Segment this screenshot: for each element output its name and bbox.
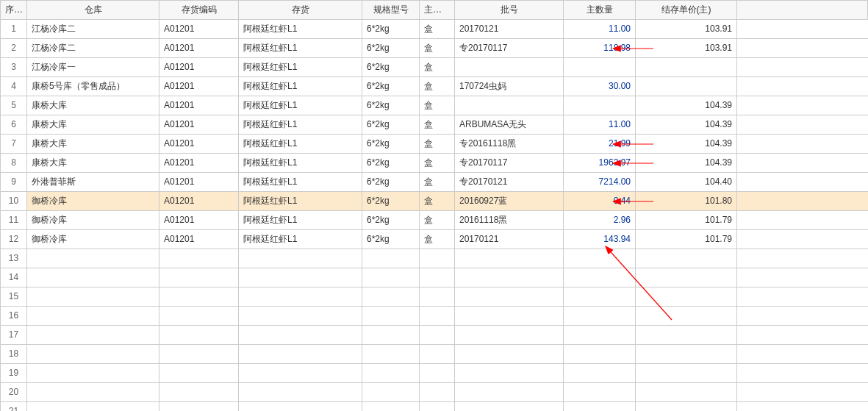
cell-batch[interactable]: ARBUMASA无头 — [455, 115, 564, 135]
cell-wh[interactable]: 御桥冷库 — [27, 192, 159, 211]
cell-qty[interactable] — [564, 402, 636, 412]
table-row[interactable]: 21 — [1, 402, 868, 412]
cell-batch[interactable]: 20160927蓝 — [455, 192, 564, 211]
cell-wh[interactable] — [27, 364, 159, 383]
cell-qty[interactable]: 11.00 — [564, 115, 636, 135]
col-header-seq[interactable]: 序号 — [1, 1, 27, 20]
cell-uom[interactable] — [420, 383, 455, 402]
cell-wh[interactable]: 康桥大库 — [27, 96, 159, 115]
table-row[interactable]: 3江杨冷库一A01201阿根廷红虾L16*2kg盒 — [1, 58, 868, 77]
table-row[interactable]: 6康桥大库A01201阿根廷红虾L16*2kg盒ARBUMASA无头11.001… — [1, 115, 868, 135]
cell-spec[interactable] — [362, 307, 420, 326]
cell-spec[interactable]: 6*2kg — [362, 173, 420, 192]
table-row[interactable]: 20 — [1, 383, 868, 402]
cell-uom[interactable] — [420, 307, 455, 326]
cell-uom[interactable]: 盒 — [420, 58, 455, 77]
cell-name[interactable]: 阿根廷红虾L1 — [239, 135, 362, 154]
cell-wh[interactable]: 江杨冷库二 — [27, 20, 159, 39]
cell-name[interactable] — [239, 383, 362, 402]
cell-wh[interactable]: 康桥5号库（零售成品） — [27, 77, 159, 96]
cell-price[interactable] — [636, 402, 737, 412]
cell-batch[interactable]: 170724虫妈 — [455, 77, 564, 96]
cell-price[interactable] — [636, 249, 737, 268]
cell-uom[interactable]: 盒 — [420, 96, 455, 115]
table-row[interactable]: 19 — [1, 364, 868, 383]
cell-qty[interactable] — [564, 307, 636, 326]
table-row[interactable]: 5康桥大库A01201阿根廷红虾L16*2kg盒104.39 — [1, 96, 868, 115]
cell-qty[interactable]: 11.00 — [564, 20, 636, 39]
cell-batch[interactable] — [455, 249, 564, 268]
cell-spec[interactable] — [362, 249, 420, 268]
cell-name[interactable] — [239, 249, 362, 268]
cell-wh[interactable]: 康桥大库 — [27, 135, 159, 154]
cell-code[interactable] — [159, 345, 239, 364]
cell-qty[interactable]: 7214.00 — [564, 173, 636, 192]
cell-name[interactable] — [239, 345, 362, 364]
cell-price[interactable] — [636, 345, 737, 364]
table-row[interactable]: 13 — [1, 249, 868, 268]
cell-uom[interactable]: 盒 — [420, 115, 455, 135]
cell-qty[interactable] — [564, 383, 636, 402]
cell-name[interactable] — [239, 287, 362, 307]
cell-uom[interactable] — [420, 249, 455, 268]
cell-uom[interactable]: 盒 — [420, 230, 455, 249]
cell-batch[interactable] — [455, 58, 564, 77]
cell-wh[interactable]: 御桥冷库 — [27, 230, 159, 249]
cell-batch[interactable]: 20170121 — [455, 230, 564, 249]
cell-spec[interactable] — [362, 383, 420, 402]
cell-name[interactable]: 阿根廷红虾L1 — [239, 39, 362, 58]
cell-code[interactable]: A01201 — [159, 77, 239, 96]
cell-uom[interactable] — [420, 326, 455, 345]
cell-seq[interactable]: 1 — [1, 20, 27, 39]
table-row[interactable]: 4康桥5号库（零售成品）A01201阿根廷红虾L16*2kg盒170724虫妈3… — [1, 77, 868, 96]
cell-spec[interactable]: 6*2kg — [362, 154, 420, 173]
cell-code[interactable] — [159, 249, 239, 268]
cell-wh[interactable] — [27, 383, 159, 402]
cell-spec[interactable] — [362, 268, 420, 287]
cell-uom[interactable]: 盒 — [420, 20, 455, 39]
table-row[interactable]: 8康桥大库A01201阿根廷红虾L16*2kg盒专201701171963.97… — [1, 154, 868, 173]
cell-name[interactable]: 阿根廷红虾L1 — [239, 20, 362, 39]
cell-batch[interactable]: 专20161118黑 — [455, 135, 564, 154]
cell-seq[interactable]: 13 — [1, 249, 27, 268]
cell-code[interactable]: A01201 — [159, 20, 239, 39]
cell-name[interactable] — [239, 268, 362, 287]
cell-price[interactable]: 104.39 — [636, 154, 737, 173]
cell-batch[interactable] — [455, 383, 564, 402]
cell-qty[interactable]: 2.96 — [564, 211, 636, 230]
cell-wh[interactable] — [27, 345, 159, 364]
cell-spec[interactable]: 6*2kg — [362, 230, 420, 249]
cell-batch[interactable] — [455, 326, 564, 345]
cell-seq[interactable]: 12 — [1, 230, 27, 249]
cell-wh[interactable]: 御桥冷库 — [27, 211, 159, 230]
cell-qty[interactable]: 1963.97 — [564, 154, 636, 173]
cell-code[interactable]: A01201 — [159, 154, 239, 173]
cell-spec[interactable] — [362, 402, 420, 412]
cell-name[interactable]: 阿根廷红虾L1 — [239, 96, 362, 115]
cell-code[interactable]: A01201 — [159, 211, 239, 230]
cell-qty[interactable]: 21.99 — [564, 135, 636, 154]
cell-spec[interactable]: 6*2kg — [362, 192, 420, 211]
cell-qty[interactable]: 0.44 — [564, 192, 636, 211]
cell-batch[interactable]: 专20170121 — [455, 173, 564, 192]
cell-seq[interactable]: 11 — [1, 211, 27, 230]
cell-price[interactable]: 101.79 — [636, 211, 737, 230]
cell-spec[interactable]: 6*2kg — [362, 96, 420, 115]
cell-qty[interactable] — [564, 58, 636, 77]
cell-uom[interactable]: 盒 — [420, 39, 455, 58]
cell-code[interactable]: A01201 — [159, 173, 239, 192]
cell-code[interactable]: A01201 — [159, 230, 239, 249]
table-row[interactable]: 14 — [1, 268, 868, 287]
cell-code[interactable] — [159, 402, 239, 412]
cell-uom[interactable]: 盒 — [420, 211, 455, 230]
cell-name[interactable] — [239, 364, 362, 383]
cell-batch[interactable] — [455, 96, 564, 115]
table-row[interactable]: 16 — [1, 307, 868, 326]
cell-batch[interactable] — [455, 307, 564, 326]
col-header-spec[interactable]: 规格型号 — [362, 1, 420, 20]
cell-wh[interactable] — [27, 287, 159, 307]
cell-uom[interactable]: 盒 — [420, 77, 455, 96]
cell-price[interactable] — [636, 326, 737, 345]
cell-seq[interactable]: 5 — [1, 96, 27, 115]
cell-code[interactable]: A01201 — [159, 58, 239, 77]
